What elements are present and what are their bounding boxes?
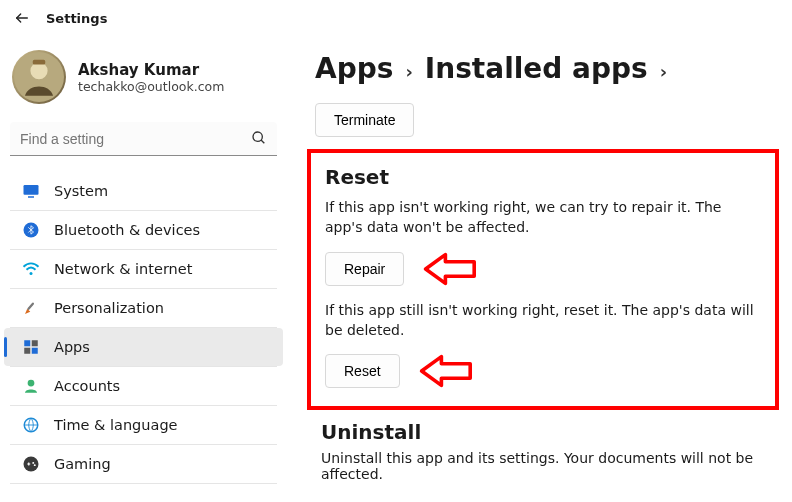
- chevron-right-icon: ›: [405, 55, 412, 82]
- sidebar-item-system[interactable]: System: [4, 172, 283, 210]
- sidebar-item-label: Time & language: [54, 417, 178, 433]
- svg-point-19: [34, 464, 36, 466]
- globe-clock-icon: [22, 416, 40, 434]
- sidebar-item-label: Bluetooth & devices: [54, 222, 200, 238]
- sidebar-item-label: System: [54, 183, 108, 199]
- sidebar-item-label: Apps: [54, 339, 90, 355]
- reset-section-highlight: Reset If this app isn't working right, w…: [307, 149, 779, 410]
- sidebar-item-apps[interactable]: Apps: [4, 328, 283, 366]
- sidebar-item-bluetooth[interactable]: Bluetooth & devices: [4, 211, 283, 249]
- annotation-arrow-icon: [422, 252, 476, 286]
- svg-rect-11: [24, 340, 30, 346]
- svg-point-4: [253, 132, 262, 141]
- breadcrumb-apps[interactable]: Apps: [315, 52, 393, 85]
- sidebar-item-network[interactable]: Network & internet: [4, 250, 283, 288]
- accounts-icon: [22, 377, 40, 395]
- terminate-button[interactable]: Terminate: [315, 103, 414, 137]
- user-email: techakko@outlook.com: [78, 79, 224, 94]
- reset-heading: Reset: [325, 165, 761, 189]
- repair-button[interactable]: Repair: [325, 252, 404, 286]
- svg-point-2: [30, 62, 47, 79]
- avatar: [12, 50, 66, 104]
- svg-point-17: [24, 457, 39, 472]
- chevron-right-icon: ›: [660, 55, 667, 82]
- sidebar-item-gaming[interactable]: Gaming: [4, 445, 283, 483]
- breadcrumb-installed-apps[interactable]: Installed apps: [425, 52, 648, 85]
- sidebar-item-label: Network & internet: [54, 261, 192, 277]
- sidebar-item-label: Gaming: [54, 456, 111, 472]
- reset-description: If this app still isn't working right, r…: [325, 300, 761, 341]
- user-profile[interactable]: Akshay Kumar techakko@outlook.com: [0, 40, 287, 122]
- page-title: Settings: [46, 11, 107, 26]
- wifi-icon: [22, 260, 40, 278]
- uninstall-description: Uninstall this app and its settings. You…: [321, 450, 785, 482]
- annotation-arrow-icon: [418, 354, 472, 388]
- svg-line-5: [261, 140, 264, 143]
- svg-rect-14: [32, 348, 38, 354]
- svg-point-18: [32, 462, 34, 464]
- back-icon[interactable]: [14, 10, 30, 26]
- search-input[interactable]: [10, 122, 277, 156]
- svg-rect-3: [33, 60, 46, 65]
- user-name: Akshay Kumar: [78, 61, 224, 79]
- sidebar-item-time[interactable]: Time & language: [4, 406, 283, 444]
- uninstall-heading: Uninstall: [321, 420, 785, 444]
- bluetooth-icon: [22, 221, 40, 239]
- paintbrush-icon: [22, 299, 40, 317]
- svg-rect-7: [28, 196, 34, 198]
- gaming-icon: [22, 455, 40, 473]
- svg-rect-10: [27, 302, 35, 310]
- repair-description: If this app isn't working right, we can …: [325, 197, 761, 238]
- breadcrumb: Apps › Installed apps ›: [315, 52, 785, 85]
- search-icon: [251, 130, 267, 146]
- sidebar-item-label: Accounts: [54, 378, 120, 394]
- svg-rect-12: [32, 340, 38, 346]
- svg-rect-13: [24, 348, 30, 354]
- system-icon: [22, 182, 40, 200]
- svg-point-15: [28, 380, 35, 387]
- apps-icon: [22, 338, 40, 356]
- sidebar-item-personalization[interactable]: Personalization: [4, 289, 283, 327]
- svg-rect-6: [24, 185, 39, 195]
- reset-button[interactable]: Reset: [325, 354, 400, 388]
- sidebar-item-accounts[interactable]: Accounts: [4, 367, 283, 405]
- sidebar-item-label: Personalization: [54, 300, 164, 316]
- svg-point-9: [30, 272, 33, 275]
